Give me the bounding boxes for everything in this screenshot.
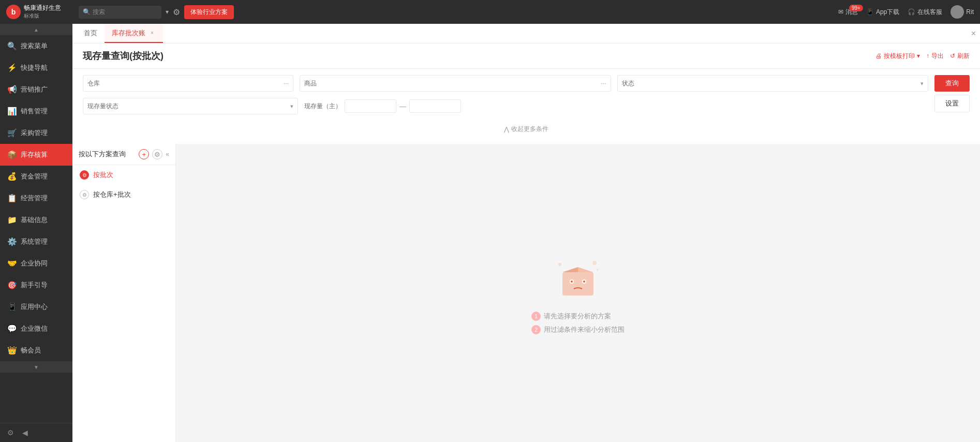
export-icon: ↑ — [926, 52, 929, 60]
export-btn[interactable]: ↑ 导出 — [926, 52, 944, 61]
scheme-by-warehouse-batch[interactable]: ⚙ 按仓库+批次 — [72, 185, 175, 204]
scheme-panel-title: 按以下方案查询 — [79, 150, 126, 159]
topbar-right: ✉ 消息 99+ 📱 App下载 🎧 在线客服 Rit — [838, 5, 974, 19]
scheme-by-batch-label: 按批次 — [93, 170, 113, 180]
new-guide-icon: 🎯 — [7, 281, 17, 290]
sidebar-item-system[interactable]: ⚙️ 系统管理 — [0, 231, 72, 253]
messages-btn[interactable]: ✉ 消息 99+ — [838, 8, 858, 17]
sidebar-item-label: 企业微信 — [21, 324, 48, 333]
messages-badge: 99+ — [849, 5, 863, 11]
sidebar-scroll-down[interactable]: ▼ — [0, 361, 72, 373]
tab-close-btn[interactable]: × — [149, 30, 156, 37]
scheme-active-icon: ⚙ — [80, 170, 89, 180]
sidebar-item-enterprise[interactable]: 🤝 企业协同 — [0, 253, 72, 274]
svg-rect-0 — [562, 272, 593, 296]
status-label: 状态 — [622, 79, 634, 88]
warehouse-more-icon[interactable]: ··· — [284, 80, 289, 87]
chevron-up-icon: ⋀ — [504, 126, 509, 133]
sidebar-item-operations[interactable]: 📋 经营管理 — [0, 187, 72, 209]
trial-btn[interactable]: 体验行业方案 — [184, 5, 234, 19]
product-label: 商品 — [304, 79, 317, 88]
content-area: 首页 库存批次账 × × 现存量查询(按批次) 🖨 按模板打印 ▾ ↑ 导出 — [72, 24, 980, 442]
sidebar-collapse-btn[interactable]: ◀ — [22, 429, 28, 437]
sidebar-scroll-up[interactable]: ▲ — [0, 24, 72, 35]
scheme-collapse-btn[interactable]: « — [166, 151, 169, 158]
avatar — [951, 5, 964, 19]
stock-qty-from-input[interactable] — [345, 99, 396, 113]
status-chevron-icon[interactable]: ▾ — [920, 80, 924, 87]
sidebar-item-member[interactable]: 👑 畅会员 — [0, 340, 72, 361]
topbar-search-box[interactable]: 🔍 搜索 — [79, 6, 161, 19]
stock-qty-to-input[interactable] — [409, 99, 461, 113]
refresh-btn[interactable]: ↺ 刷新 — [950, 52, 970, 61]
hint-text-2: 用过滤条件来缩小分析范围 — [544, 325, 625, 334]
svg-point-8 — [592, 261, 597, 265]
sidebar-item-sales[interactable]: 📊 销售管理 — [0, 100, 72, 122]
search-icon: 🔍 — [7, 41, 17, 51]
template-print-btn[interactable]: 🖨 按模板打印 ▾ — [875, 52, 920, 61]
chevron-down-icon: ▾ — [917, 52, 920, 60]
sidebar-item-new-guide[interactable]: 🎯 新手引导 — [0, 274, 72, 296]
export-label: 导出 — [931, 52, 944, 61]
svg-point-6 — [583, 281, 585, 283]
sidebar-item-label: 快捷导航 — [21, 63, 48, 72]
sidebar-item-basic-info[interactable]: 📁 基础信息 — [0, 209, 72, 231]
empty-hint-2: 2 用过滤条件来缩小分析范围 — [531, 325, 625, 334]
user-name: Rit — [966, 8, 974, 16]
sidebar-item-label: 应用中心 — [21, 302, 48, 312]
query-btn[interactable]: 查询 — [934, 75, 970, 92]
scheme-by-batch[interactable]: ⚙ 按批次 — [72, 165, 175, 185]
collapse-more-btn[interactable]: ⋀ 收起更多条件 — [83, 121, 970, 138]
tab-batch-account-label: 库存批次账 — [112, 28, 145, 38]
scheme-settings-btn[interactable]: ⚙ — [152, 149, 162, 159]
sidebar-item-label: 销售管理 — [21, 107, 48, 116]
sidebar-item-purchase[interactable]: 🛒 采购管理 — [0, 122, 72, 144]
sidebar-item-marketing[interactable]: 📢 营销推广 — [0, 79, 72, 100]
stock-status-label: 现存量状态 — [87, 102, 118, 111]
sidebar-item-search[interactable]: 🔍 搜索菜单 — [0, 35, 72, 57]
topbar-gear-btn[interactable]: ⚙ — [173, 7, 180, 17]
topbar-dropdown-btn[interactable]: ▾ — [166, 8, 169, 16]
sidebar-item-label: 库存核算 — [21, 150, 48, 159]
scheme-inactive-icon: ⚙ — [80, 190, 89, 199]
app-logo: b 畅康通好生意 标准版 — [6, 4, 79, 20]
empty-hint-1: 1 请先选择要分析的方案 — [531, 312, 625, 321]
stock-status-input[interactable] — [123, 102, 290, 110]
warehouse-label: 仓库 — [87, 79, 100, 88]
app-download-btn[interactable]: 📱 App下载 — [866, 8, 899, 17]
user-profile-btn[interactable]: Rit — [951, 5, 974, 19]
tab-home[interactable]: 首页 — [77, 24, 105, 43]
mobile-icon: 📱 — [866, 8, 874, 16]
search-icon: 🔍 — [83, 8, 91, 16]
sidebar-settings-btn[interactable]: ⚙ — [7, 429, 14, 437]
quick-nav-icon: ⚡ — [7, 63, 17, 72]
filter-actions-col: 查询 设置 — [934, 75, 970, 112]
empty-illustration — [552, 252, 604, 303]
sidebar-item-quick-nav[interactable]: ⚡ 快捷导航 — [0, 57, 72, 79]
hint-number-2: 2 — [531, 325, 541, 334]
sidebar-item-label: 营销推广 — [21, 85, 48, 94]
online-support-label: 在线客服 — [917, 8, 942, 17]
page-header: 现存量查询(按批次) 🖨 按模板打印 ▾ ↑ 导出 ↺ 刷新 — [72, 43, 980, 69]
stock-status-chevron-icon[interactable]: ▾ — [290, 103, 293, 110]
stock-qty-label: 现存量（主） — [304, 102, 341, 111]
product-input[interactable] — [321, 80, 601, 87]
empty-hints: 1 请先选择要分析的方案 2 用过滤条件来缩小分析范围 — [531, 312, 625, 334]
status-input[interactable] — [639, 80, 921, 87]
online-support-btn[interactable]: 🎧 在线客服 — [908, 8, 942, 17]
sidebar-item-finance[interactable]: 💰 资金管理 — [0, 166, 72, 187]
basic-info-icon: 📁 — [7, 215, 17, 225]
tab-batch-account[interactable]: 库存批次账 × — [105, 24, 163, 43]
sidebar-item-app-center[interactable]: 📱 应用中心 — [0, 296, 72, 318]
sales-icon: 📊 — [7, 107, 17, 116]
scheme-add-btn[interactable]: + — [139, 149, 149, 159]
warehouse-input[interactable] — [104, 80, 284, 87]
product-more-icon[interactable]: ··· — [601, 80, 606, 87]
marketing-icon: 📢 — [7, 85, 17, 94]
tab-bar: 首页 库存批次账 × × — [72, 24, 980, 43]
tab-bar-close-btn[interactable]: × — [971, 29, 976, 38]
sidebar-item-enterprise-wechat[interactable]: 💬 企业微信 — [0, 318, 72, 340]
sidebar-item-inventory[interactable]: 📦 库存核算 — [0, 144, 72, 166]
filter-settings-btn[interactable]: 设置 — [934, 95, 970, 112]
sidebar: ▲ 🔍 搜索菜单 ⚡ 快捷导航 📢 营销推广 📊 销售管理 🛒 采购管理 📦 库… — [0, 24, 72, 442]
